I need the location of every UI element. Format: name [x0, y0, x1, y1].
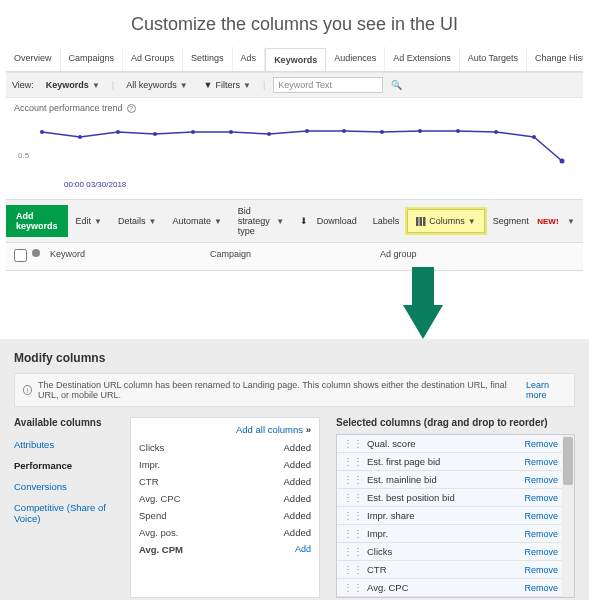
- download-button[interactable]: ⬇ Download: [292, 210, 365, 232]
- status-icon: [32, 249, 40, 257]
- svg-point-0: [40, 130, 44, 134]
- edit-dropdown[interactable]: Edit▼: [68, 210, 110, 232]
- drag-icon[interactable]: ⋮⋮: [343, 528, 363, 539]
- selected-item[interactable]: ⋮⋮Qual. scoreRemove: [337, 435, 574, 453]
- chart-x-tick: 00:00 03/30/2018: [64, 180, 126, 189]
- svg-point-4: [191, 130, 195, 134]
- selected-item[interactable]: ⋮⋮CTRRemove: [337, 561, 574, 579]
- tab-audiences[interactable]: Audiences: [326, 47, 385, 71]
- drag-icon[interactable]: ⋮⋮: [343, 492, 363, 503]
- tab-ad-extensions[interactable]: Ad Extensions: [385, 47, 460, 71]
- selected-item[interactable]: ⋮⋮Est. best position bidRemove: [337, 489, 574, 507]
- columns-icon: [416, 216, 426, 226]
- drag-icon[interactable]: ⋮⋮: [343, 582, 363, 593]
- selected-item[interactable]: ⋮⋮Impr.Remove: [337, 525, 574, 543]
- annotation-arrow-down: [0, 267, 589, 339]
- tab-keywords[interactable]: Keywords: [265, 48, 326, 72]
- annotation-title: Customize the columns you see in the UI: [6, 14, 583, 35]
- drag-icon[interactable]: ⋮⋮: [343, 474, 363, 485]
- view-toolbar: View: Keywords ▼ | All keywords ▼ ▼ Filt…: [6, 72, 583, 98]
- selected-columns-heading: Selected columns (drag and drop to reord…: [336, 417, 575, 428]
- chart-title: Account performance trend ?: [14, 103, 136, 113]
- chart-y-tick: 0.5: [18, 151, 29, 160]
- drag-icon[interactable]: ⋮⋮: [343, 546, 363, 557]
- col-campaign[interactable]: Campaign: [202, 243, 372, 270]
- chevron-down-icon: ▼: [180, 81, 188, 90]
- drag-icon[interactable]: ⋮⋮: [343, 456, 363, 467]
- info-text: The Destination URL column has been rena…: [38, 380, 520, 400]
- drag-icon[interactable]: ⋮⋮: [343, 438, 363, 449]
- remove-link[interactable]: Remove: [524, 439, 558, 449]
- help-icon[interactable]: ?: [127, 104, 136, 113]
- search-icon[interactable]: 🔍: [391, 80, 402, 90]
- tab-change-history[interactable]: Change History: [527, 47, 583, 71]
- selected-item[interactable]: ⋮⋮Est. first page bidRemove: [337, 453, 574, 471]
- learn-more-link[interactable]: Learn more: [526, 380, 566, 400]
- tab-ad-groups[interactable]: Ad Groups: [123, 47, 183, 71]
- selected-item[interactable]: ⋮⋮Impr. shareRemove: [337, 507, 574, 525]
- metric-list: Add all columns » ClicksAdded Impr.Added…: [130, 417, 320, 598]
- tab-campaigns[interactable]: Campaigns: [61, 47, 124, 71]
- remove-link[interactable]: Remove: [524, 457, 558, 467]
- svg-point-1: [78, 135, 82, 139]
- remove-link[interactable]: Remove: [524, 493, 558, 503]
- tab-ads[interactable]: Ads: [233, 47, 266, 71]
- remove-link[interactable]: Remove: [524, 475, 558, 485]
- tab-overview[interactable]: Overview: [6, 47, 61, 71]
- filters-label: Filters: [216, 80, 241, 90]
- all-keywords-dropdown[interactable]: All keywords ▼: [122, 78, 191, 92]
- drag-icon[interactable]: ⋮⋮: [343, 510, 363, 521]
- metric-name: Avg. pos.: [139, 527, 178, 538]
- selected-item[interactable]: ⋮⋮Est. mainline bidRemove: [337, 471, 574, 489]
- remove-link[interactable]: Remove: [524, 547, 558, 557]
- metric-status: Added: [284, 493, 311, 504]
- columns-dropdown[interactable]: Columns▼: [407, 209, 484, 233]
- tab-auto-targets[interactable]: Auto Targets: [460, 47, 527, 71]
- remove-link[interactable]: Remove: [524, 583, 558, 593]
- scrollbar[interactable]: [562, 435, 574, 597]
- category-conversions[interactable]: Conversions: [14, 476, 114, 497]
- automate-dropdown[interactable]: Automate▼: [164, 210, 229, 232]
- segment-dropdown[interactable]: Segment NEW! ▼: [485, 210, 583, 232]
- svg-rect-15: [416, 217, 419, 226]
- new-badge: NEW!: [537, 217, 558, 226]
- selected-item[interactable]: ⋮⋮Avg. CPCRemove: [337, 579, 574, 597]
- col-keyword[interactable]: Keyword: [42, 243, 202, 270]
- details-dropdown[interactable]: Details▼: [110, 210, 164, 232]
- remove-link[interactable]: Remove: [524, 529, 558, 539]
- search-input[interactable]: Keyword Text: [273, 77, 383, 93]
- drag-icon[interactable]: ⋮⋮: [343, 564, 363, 575]
- category-attributes[interactable]: Attributes: [14, 434, 114, 455]
- filter-icon: ▼: [204, 80, 213, 90]
- svg-point-9: [380, 130, 384, 134]
- add-metric-link[interactable]: Add: [295, 544, 311, 555]
- svg-rect-16: [420, 217, 423, 226]
- metric-name: Clicks: [139, 442, 164, 453]
- svg-point-6: [267, 132, 271, 136]
- svg-point-3: [153, 132, 157, 136]
- add-all-columns-link[interactable]: Add all columns: [236, 424, 303, 435]
- chart: 0.5 00:00 03/30/2018: [14, 119, 575, 189]
- download-icon: ⬇: [300, 216, 308, 226]
- view-label: View:: [12, 80, 34, 90]
- metric-name: Spend: [139, 510, 166, 521]
- labels-dropdown[interactable]: Labels: [365, 210, 408, 232]
- svg-point-10: [418, 129, 422, 133]
- selected-item[interactable]: ⋮⋮ClicksRemove: [337, 543, 574, 561]
- metric-status: Added: [284, 442, 311, 453]
- chevron-down-icon: ▼: [243, 81, 251, 90]
- filters-dropdown[interactable]: ▼ Filters ▼: [200, 78, 255, 92]
- view-dropdown[interactable]: Keywords ▼: [42, 78, 104, 92]
- col-adgroup[interactable]: Ad group: [372, 243, 425, 270]
- add-keywords-button[interactable]: Add keywords: [6, 205, 68, 237]
- tab-settings[interactable]: Settings: [183, 47, 233, 71]
- svg-rect-17: [423, 217, 426, 226]
- category-competitive[interactable]: Competitive (Share of Voice): [14, 497, 114, 529]
- bid-strategy-dropdown[interactable]: Bid strategy type▼: [230, 200, 292, 242]
- line-chart-svg: [32, 119, 572, 179]
- remove-link[interactable]: Remove: [524, 565, 558, 575]
- svg-point-5: [229, 130, 233, 134]
- category-performance[interactable]: Performance: [14, 455, 114, 476]
- grid-toolbar: Add keywords Edit▼ Details▼ Automate▼ Bi…: [6, 199, 583, 243]
- remove-link[interactable]: Remove: [524, 511, 558, 521]
